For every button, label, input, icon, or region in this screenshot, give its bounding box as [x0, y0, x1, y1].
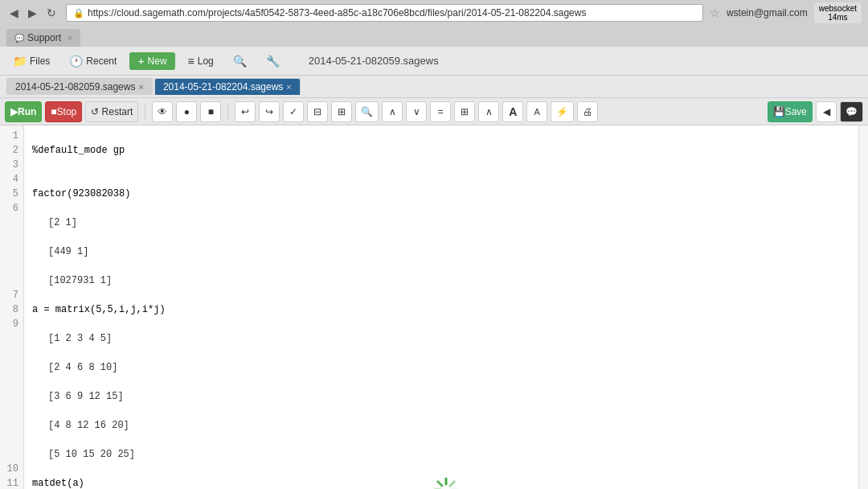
output-9: [32, 375, 850, 389]
line-11: matdet(a): [32, 476, 850, 489]
line-3: [32, 158, 850, 172]
editor-toolbar: ▶ Run ■ Stop ↺ Restart 👁 ● ■ ↩ ↪ ✓ ⊟ ⊞ 🔍…: [0, 98, 868, 125]
search-icon: 🔍: [233, 55, 247, 68]
browser-tab-label: Support: [27, 32, 61, 43]
right-controls: 💾 Save ◀ 💬: [768, 101, 863, 122]
save-button[interactable]: 💾 Save: [768, 101, 813, 122]
toolbar-separator: [145, 104, 145, 120]
output-13: [32, 433, 850, 447]
toolbar-separator-2: [227, 104, 228, 120]
wrench-icon: 🔧: [266, 55, 280, 68]
line-5: factor(923082038): [32, 187, 850, 201]
list-icon: ≡: [188, 55, 194, 68]
user-info: wstein@gmail.com: [727, 7, 808, 18]
output-10: [3 6 9 12 15]: [32, 389, 850, 404]
websocket-info: websocket 14ms: [814, 2, 862, 23]
run-button[interactable]: ▶ Run: [5, 101, 42, 122]
new-button[interactable]: + New: [129, 52, 174, 70]
left-arrow-button[interactable]: ◀: [816, 101, 837, 122]
file-tabs: 2014-05-21-082059.sagews × 2014-05-21-08…: [0, 76, 868, 98]
output-14: [5 10 15 20 25]: [32, 447, 850, 462]
line-10: [32, 462, 850, 476]
check-button[interactable]: ✓: [283, 101, 304, 122]
code-content[interactable]: %default_mode gp factor(923082038) [2 1]…: [24, 125, 858, 489]
line-4: [32, 172, 850, 187]
tab-close-support[interactable]: ×: [68, 33, 72, 43]
output-2: [32, 230, 850, 244]
output-8: [2 4 6 8 10]: [32, 360, 850, 375]
chat-button[interactable]: 💬: [840, 101, 863, 122]
nav-buttons: ◀ ▶ ↻: [6, 5, 59, 21]
stop-icon: ■: [51, 106, 56, 117]
output-6: [1 2 3 4 5]: [32, 331, 850, 346]
stop-button[interactable]: ■ Stop: [45, 101, 82, 122]
output-4: [32, 259, 850, 273]
tab-favicon: 💬: [14, 34, 24, 43]
file-tab-2[interactable]: 2014-05-21-082204.sagews ×: [154, 78, 301, 95]
line-2: %default_mode gp: [32, 143, 850, 158]
line-numbers: 1 2 3 4 5 6 7 8 9 10 11 12 13 14 15 16 1…: [0, 125, 24, 489]
print-button[interactable]: 🖨: [577, 101, 598, 122]
output-11: [32, 404, 850, 418]
output-1: [2 1]: [32, 216, 850, 230]
address-bar: ◀ ▶ ↻ 🔒 https://cloud.sagemath.com/proje…: [0, 0, 868, 26]
address-input[interactable]: 🔒 https://cloud.sagemath.com/projects/4a…: [66, 4, 703, 22]
font-a-button[interactable]: A: [526, 101, 547, 122]
line-1: [32, 129, 850, 143]
editor-area: 1 2 3 4 5 6 7 8 9 10 11 12 13 14 15 16 1…: [0, 125, 868, 489]
undo-button[interactable]: ↩: [235, 101, 256, 122]
search-button[interactable]: 🔍: [227, 52, 253, 70]
eye-button[interactable]: 👁: [152, 101, 173, 122]
line-7: [32, 288, 850, 302]
back-button[interactable]: ◀: [6, 5, 22, 21]
file-tab-1-label: 2014-05-21-082059.sagews: [15, 81, 135, 92]
lightning-button[interactable]: ⚡: [551, 101, 574, 122]
split-button[interactable]: ⊞: [454, 101, 475, 122]
files-button[interactable]: 📁 Files: [6, 52, 56, 70]
address-text: https://cloud.sagemath.com/projects/4a5f…: [88, 7, 586, 18]
redo-button[interactable]: ↪: [259, 101, 280, 122]
clock-icon: 🕐: [69, 55, 83, 68]
forward-button[interactable]: ▶: [25, 5, 40, 21]
output-12: [4 8 12 16 20]: [32, 418, 850, 433]
file-tab-1[interactable]: 2014-05-21-082059.sagews ×: [6, 78, 153, 95]
output-5: [1027931 1]: [32, 273, 850, 288]
app-toolbar: 📁 Files 🕐 Recent + New ≡ Log 🔍 🔧 2014-05…: [0, 47, 868, 76]
dedent-button[interactable]: ⊞: [331, 101, 352, 122]
file-tab-1-close[interactable]: ×: [138, 82, 143, 92]
file-tab-2-close[interactable]: ×: [286, 82, 291, 92]
run-icon: ▶: [10, 106, 18, 117]
line-8: a = matrix(5,5,i,j,i*j): [32, 302, 850, 317]
restart-button[interactable]: ↺ Restart: [85, 101, 138, 122]
refresh-button[interactable]: ↻: [43, 5, 59, 21]
plus-icon: +: [137, 55, 144, 68]
bookmark-button[interactable]: ☆: [710, 6, 720, 19]
log-button[interactable]: ≡ Log: [182, 52, 220, 70]
font-large-button[interactable]: A: [502, 101, 523, 122]
output-7: [32, 346, 850, 360]
lock-icon: 🔒: [73, 8, 84, 18]
equals-button[interactable]: =: [430, 101, 451, 122]
font-small-button[interactable]: ∧: [478, 101, 499, 122]
square-button[interactable]: ■: [200, 101, 221, 122]
file-tab-2-label: 2014-05-21-082204.sagews: [163, 81, 283, 92]
down-button[interactable]: ∨: [406, 101, 427, 122]
indent-button[interactable]: ⊟: [307, 101, 328, 122]
find-button[interactable]: 🔍: [355, 101, 379, 122]
dot-button[interactable]: ●: [176, 101, 197, 122]
browser-tab-support[interactable]: 💬 Support ×: [6, 29, 80, 47]
settings-button[interactable]: 🔧: [260, 52, 286, 70]
recent-button[interactable]: 🕐 Recent: [63, 52, 123, 70]
up-button[interactable]: ∧: [382, 101, 403, 122]
line-9: [32, 317, 850, 331]
save-icon: 💾: [773, 106, 785, 117]
output-3: [449 1]: [32, 244, 850, 259]
folder-icon: 📁: [13, 55, 27, 68]
line-6: [32, 201, 850, 216]
scrollbar[interactable]: [858, 125, 868, 489]
current-file: 2014-05-21-082059.sagews: [309, 55, 439, 67]
browser-tabs: 💬 Support ×: [0, 26, 868, 47]
